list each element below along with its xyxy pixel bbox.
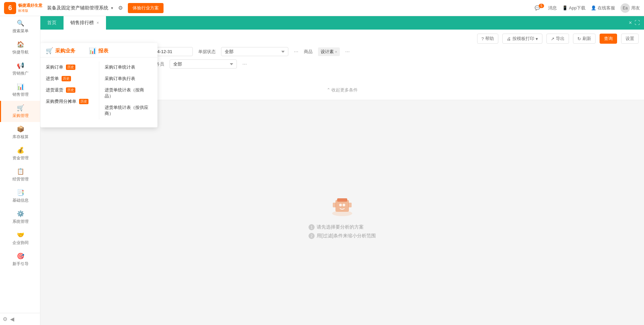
svg-point-4 <box>343 204 345 206</box>
hint-num-2: 2 <box>309 233 315 239</box>
report-section-icon: 📊 <box>89 47 96 54</box>
export-button[interactable]: ↗ 导出 <box>546 34 569 44</box>
empty-hints: 1 请先选择要分析的方案 2 用[过滤]条件来缩小分析范围 <box>309 224 376 239</box>
svg-rect-1 <box>335 200 349 212</box>
message-item[interactable]: 💬 5 消息 <box>535 5 557 11</box>
sidebar-settings-button[interactable]: ⚙ <box>3 316 7 322</box>
basicinfo-icon: 📑 <box>17 189 24 196</box>
hist-badge: 历史 <box>66 65 75 70</box>
inventory-icon: 📦 <box>17 125 24 133</box>
print-icon: 🖨 <box>507 36 511 41</box>
doc-status-more[interactable]: ··· <box>294 49 298 55</box>
section-purchase-title: 🛒 采购业务 <box>46 47 75 54</box>
print-dropdown-icon: ▾ <box>536 36 538 41</box>
menu-item-purchase-order-stats[interactable]: 采购订单统计表 <box>105 62 152 73</box>
query-button[interactable]: 查询 <box>600 34 617 44</box>
doc-status-label: 单据状态 <box>198 49 216 55</box>
user-item[interactable]: Ea 用友 <box>620 3 640 13</box>
industry-button[interactable]: 体验行业方案 <box>128 3 164 13</box>
tab-close-all-button[interactable]: × <box>629 20 632 26</box>
sidebar-item-marketing[interactable]: 📢 营销推广 <box>0 58 40 80</box>
cooperation-icon: 🤝 <box>17 231 24 239</box>
sidebar-item-search[interactable]: 🔍 搜索菜单 <box>0 16 40 37</box>
sidebar-item-inventory[interactable]: 📦 库存核算 <box>0 122 40 143</box>
online-service-item[interactable]: 👤 在线客服 <box>591 5 615 11</box>
hint-num-1: 1 <box>309 224 315 230</box>
goods-tag-close[interactable]: × <box>335 50 337 54</box>
menu-col-report: 采购订单统计表 采购订单执行表 进货单统计表（按商品） 进货单统计表（按供应商） <box>99 62 158 119</box>
menu-header: 🛒 采购业务 📊 报表 <box>40 47 157 57</box>
section-report-title: 📊 报表 <box>89 47 108 54</box>
app-icon: 📱 <box>562 5 568 10</box>
menu-item-purchase-order[interactable]: 采购订单 历史 <box>46 62 94 73</box>
service-icon: 👤 <box>591 5 596 10</box>
system-dropdown-button[interactable]: ▾ <box>111 6 113 10</box>
goods-more[interactable]: ··· <box>345 49 350 55</box>
refresh-icon: ↻ <box>577 36 581 41</box>
tab-actions: × ⛶ <box>625 16 644 30</box>
finance-icon: 💰 <box>17 147 24 154</box>
menu-item-goods-receipt[interactable]: 进货单 历史 <box>46 73 94 84</box>
sidebar-item-guide[interactable]: 🎯 新手引导 <box>0 249 40 270</box>
sidebar-item-cooperation[interactable]: 🤝 企业协同 <box>0 228 40 249</box>
sales-icon: 📊 <box>17 83 24 90</box>
empty-illustration <box>325 187 359 220</box>
sidebar-item-sales[interactable]: 📊 销售管理 <box>0 80 40 101</box>
salesperson-select[interactable]: 全部 <box>170 59 237 69</box>
menu-items-grid: 采购订单 历史 进货单 历史 进货退货 历史 采购费用分摊单 <box>40 57 157 123</box>
tab-home[interactable]: 首页 <box>40 16 64 30</box>
menu-item-goods-stats-by-product[interactable]: 进货单统计表（按商品） <box>105 84 152 102</box>
menu-item-purchase-expense[interactable]: 采购费用分摊单 历史 <box>46 96 94 107</box>
purchase-dropdown-menu: 🛒 采购业务 📊 报表 采购订单 历史 <box>40 43 157 127</box>
marketing-icon: 📢 <box>17 62 24 69</box>
empty-hint-1: 1 请先选择要分析的方案 <box>309 224 376 230</box>
settings-gear-button[interactable]: ⚙ <box>116 3 125 13</box>
sidebar-bottom: ⚙ ◀ <box>0 313 40 325</box>
menu-item-goods-return[interactable]: 进货退货 历史 <box>46 84 94 96</box>
search-icon: 🔍 <box>17 19 24 27</box>
menu-item-purchase-order-exec[interactable]: 采购订单执行表 <box>105 73 152 84</box>
sidebar-item-operations[interactable]: 📋 经营管理 <box>0 164 40 186</box>
system-title: 装备及固定资产辅助管理系统 <box>47 5 108 11</box>
tab-fullscreen-button[interactable]: ⛶ <box>635 20 640 26</box>
main-layout: 🔍 搜索菜单 🏠 快捷导航 📢 营销推广 📊 销售管理 🛒 采购管理 📦 库存核… <box>0 16 644 325</box>
hist-badge: 历史 <box>62 76 71 81</box>
sidebar: 🔍 搜索菜单 🏠 快捷导航 📢 营销推广 📊 销售管理 🛒 采购管理 📦 库存核… <box>0 16 40 325</box>
settings-button[interactable]: 设置 <box>621 34 639 44</box>
tab-bar: 首页 销售排行榜 × × ⛶ <box>40 16 644 30</box>
content-area: 首页 销售排行榜 × × ⛶ 🛒 采购业务 � <box>40 16 644 325</box>
logo-text: 畅捷通好生意 标准版 <box>18 3 42 13</box>
doc-status-select[interactable]: 全部 已审核 未审核 <box>221 47 288 56</box>
tab-close-icon[interactable]: × <box>97 21 99 25</box>
sidebar-item-basicinfo[interactable]: 📑 基础信息 <box>0 186 40 207</box>
app-download-item[interactable]: 📱 App下载 <box>562 5 585 11</box>
toolbar-right: ? 帮助 🖨 按模板打印 ▾ ↗ 导出 ↻ <box>477 34 639 44</box>
content-body: 🛒 采购业务 📊 报表 采购订单 历史 <box>40 30 644 325</box>
sidebar-item-system[interactable]: ⚙️ 系统管理 <box>0 207 40 228</box>
sidebar-item-quicknav[interactable]: 🏠 快捷导航 <box>0 37 40 58</box>
guide-icon: 🎯 <box>17 252 24 260</box>
sidebar-item-finance[interactable]: 💰 资金管理 <box>0 143 40 164</box>
top-header: 6 畅捷通好生意 标准版 装备及固定资产辅助管理系统 ▾ ⚙ 体验行业方案 💬 … <box>0 0 644 16</box>
salesperson-more[interactable]: ··· <box>242 61 247 67</box>
menu-col-purchase: 采购订单 历史 进货单 历史 进货退货 历史 采购费用分摊单 <box>40 62 99 119</box>
home-icon: 🏠 <box>17 41 24 48</box>
hist-badge: 历史 <box>66 87 75 93</box>
print-button[interactable]: 🖨 按模板打印 ▾ <box>502 34 542 44</box>
logo-icon: 6 <box>4 2 16 14</box>
header-nav: 装备及固定资产辅助管理系统 ▾ ⚙ 体验行业方案 <box>44 3 535 13</box>
menu-item-goods-stats-by-supplier[interactable]: 进货单统计表（按供应商） <box>105 102 152 119</box>
help-button[interactable]: ? 帮助 <box>477 34 498 44</box>
svg-rect-5 <box>333 203 336 207</box>
sidebar-collapse-button[interactable]: ◀ <box>10 316 14 322</box>
refresh-button[interactable]: ↻ 刷新 <box>573 34 596 44</box>
empty-hint-2: 2 用[过滤]条件来缩小分析范围 <box>309 233 376 239</box>
tab-sales-rank[interactable]: 销售排行榜 × <box>64 16 106 30</box>
message-label: 消息 <box>548 5 557 11</box>
system-icon: ⚙️ <box>17 210 24 217</box>
message-badge: 5 <box>539 4 544 8</box>
export-icon: ↗ <box>551 36 554 41</box>
svg-rect-2 <box>337 198 347 202</box>
logo-area: 6 畅捷通好生意 标准版 <box>4 2 44 14</box>
sidebar-item-purchase[interactable]: 🛒 采购管理 <box>0 101 40 122</box>
